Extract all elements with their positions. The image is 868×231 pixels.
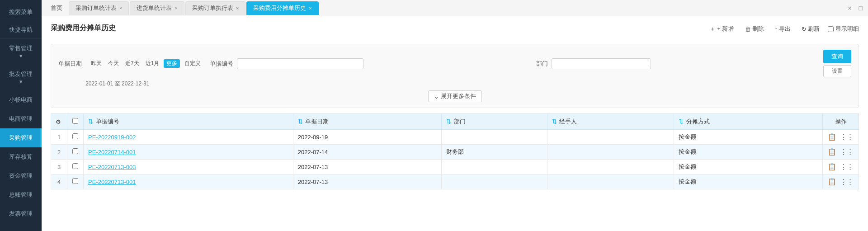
date-btn-today[interactable]: 今天 xyxy=(106,59,121,68)
table-docno-header[interactable]: ⇅ 单据编号 xyxy=(84,114,293,130)
doc-no-link[interactable]: PE-20220919-002 xyxy=(88,134,136,141)
tab-goods-receipt-stats[interactable]: 进货单统计表 × xyxy=(130,1,184,15)
sidebar-item-label: 电商管理 xyxy=(2,115,40,123)
date-filter-label: 单据日期 xyxy=(58,60,82,68)
tab-purchase-order-exec[interactable]: 采购订单执行表 × xyxy=(185,1,245,15)
row-splitmethod: 按金额 xyxy=(674,160,823,174)
close-icon[interactable]: × xyxy=(119,5,122,11)
sidebar-item-label: 快捷导航 xyxy=(2,26,40,34)
maximize-icon[interactable]: □ xyxy=(857,4,864,13)
table-row: 1 PE-20220919-002 2022-09-19 按金额 📋 ⋮⋮ xyxy=(51,130,859,145)
sort-icon: ⇅ xyxy=(679,118,684,125)
row-dept xyxy=(442,130,547,145)
tab-home[interactable]: 首页 xyxy=(45,1,68,15)
export-button[interactable]: ↑ 导出 xyxy=(772,24,794,34)
sidebar-item-shortcut[interactable]: 快捷导航 xyxy=(0,21,42,39)
row-actions: 📋 ⋮⋮ xyxy=(823,174,859,189)
data-table: ⚙ ⇅ 单据编号 ⇅ 单据日期 ⇅ 部门 ⇅ xyxy=(51,113,859,189)
date-btn-custom[interactable]: 自定义 xyxy=(183,59,203,68)
sidebar-item-label: 采购管理 xyxy=(2,134,40,142)
sidebar-item-ecom-small[interactable]: 小畅电商 xyxy=(0,90,42,109)
close-window-icon[interactable]: × xyxy=(846,4,853,13)
sidebar-item-inventory[interactable]: 库存核算 xyxy=(0,147,42,166)
sidebar-item-purchase[interactable]: 采购管理 xyxy=(0,128,42,147)
date-btn-yesterday[interactable]: 昨天 xyxy=(89,59,104,68)
date-btn-more[interactable]: 更多 xyxy=(164,59,180,68)
query-button[interactable]: 查询 xyxy=(823,50,851,63)
action-more-icon[interactable]: ⋮⋮ xyxy=(840,148,854,156)
table-docdate-header[interactable]: ⇅ 单据日期 xyxy=(293,114,442,130)
sidebar-item-invoice[interactable]: 发票管理 xyxy=(0,204,42,223)
tab-purchase-cost-split[interactable]: 采购费用分摊单历史 × xyxy=(246,1,318,15)
row-checkbox-cell[interactable] xyxy=(67,130,84,145)
select-all-checkbox[interactable] xyxy=(72,118,78,124)
sidebar-item-search[interactable]: 搜索菜单 xyxy=(0,4,42,21)
doc-no-input[interactable] xyxy=(237,58,363,69)
dept-filter: 部门 xyxy=(536,58,651,69)
sidebar: 搜索菜单 快捷导航 零售管理 ▾ 批发管理 ▾ 小畅电商 电商管理 采购管理 库… xyxy=(0,0,42,231)
action-more-icon[interactable]: ⋮⋮ xyxy=(840,178,854,186)
delete-button[interactable]: 🗑 删除 xyxy=(742,24,767,34)
action-edit-icon[interactable]: 📋 xyxy=(828,133,836,141)
action-edit-icon[interactable]: 📋 xyxy=(828,163,836,171)
row-docno[interactable]: PE-20220713-003 xyxy=(84,160,293,174)
row-docno[interactable]: PE-20220714-001 xyxy=(84,145,293,160)
sidebar-item-wholesale[interactable]: 批发管理 ▾ xyxy=(0,65,42,90)
close-icon[interactable]: × xyxy=(309,5,311,11)
expand-icon: ⌄ xyxy=(434,93,439,100)
sidebar-item-finance[interactable]: 资金管理 xyxy=(0,166,42,185)
sidebar-item-ecom[interactable]: 电商管理 xyxy=(0,109,42,128)
row-checkbox[interactable] xyxy=(72,133,78,139)
date-range-display: 2022-01-01 至 2022-12-31 xyxy=(85,80,149,87)
action-more-icon[interactable]: ⋮⋮ xyxy=(840,133,854,141)
table-checkbox-header[interactable] xyxy=(67,114,84,130)
doc-no-link[interactable]: PE-20220714-001 xyxy=(88,149,136,156)
action-more-icon[interactable]: ⋮⋮ xyxy=(840,163,854,171)
table-splitmethod-header[interactable]: ⇅ 分摊方式 xyxy=(674,114,823,130)
row-handler xyxy=(547,130,674,145)
row-actions: 📋 ⋮⋮ xyxy=(823,145,859,160)
table-handler-header[interactable]: ⇅ 经手人 xyxy=(547,114,674,130)
close-icon[interactable]: × xyxy=(236,5,239,11)
row-docdate: 2022-07-13 xyxy=(293,160,442,174)
sidebar-item-label: 库存核算 xyxy=(2,153,40,161)
chevron-down-icon: ▾ xyxy=(19,52,23,59)
row-checkbox-cell[interactable] xyxy=(67,174,84,189)
doc-no-link[interactable]: PE-20220713-003 xyxy=(88,164,136,170)
date-btn-1month[interactable]: 近1月 xyxy=(144,59,161,68)
sort-icon: ⇅ xyxy=(88,118,93,125)
show-columns-toggle[interactable]: 显示明细 xyxy=(828,25,859,33)
row-checkbox[interactable] xyxy=(72,178,78,184)
refresh-button[interactable]: ↻ 刷新 xyxy=(799,24,822,34)
action-edit-icon[interactable]: 📋 xyxy=(828,178,836,186)
row-splitmethod: 按金额 xyxy=(674,145,823,160)
show-columns-checkbox[interactable] xyxy=(828,26,834,32)
table-settings-header[interactable]: ⚙ xyxy=(51,114,67,130)
chevron-down-icon: ▾ xyxy=(19,78,23,85)
sort-icon: ⇅ xyxy=(552,118,557,125)
row-checkbox[interactable] xyxy=(72,148,78,154)
row-checkbox-cell[interactable] xyxy=(67,145,84,160)
sidebar-item-label: 零售管理 xyxy=(2,44,40,52)
row-checkbox[interactable] xyxy=(72,163,78,169)
close-icon[interactable]: × xyxy=(175,5,177,11)
row-actions: 📋 ⋮⋮ xyxy=(823,160,859,174)
doc-no-link[interactable]: PE-20220713-001 xyxy=(88,179,136,185)
row-checkbox-cell[interactable] xyxy=(67,160,84,174)
row-docno[interactable]: PE-20220919-002 xyxy=(84,130,293,145)
add-button[interactable]: ＋ + 新增 xyxy=(707,24,736,34)
expand-conditions-button[interactable]: ⌄ 展开更多条件 xyxy=(428,90,482,102)
date-btn-7days[interactable]: 近7天 xyxy=(123,59,141,68)
row-docno[interactable]: PE-20220713-001 xyxy=(84,174,293,189)
action-edit-icon[interactable]: 📋 xyxy=(828,148,836,156)
sidebar-item-ledger[interactable]: 总账管理 xyxy=(0,185,42,204)
tab-purchase-order-stats[interactable]: 采购订单统计表 × xyxy=(69,1,129,15)
table-dept-header[interactable]: ⇅ 部门 xyxy=(442,114,547,130)
page-title: 采购费用分摊单历史 xyxy=(51,24,116,33)
row-number: 1 xyxy=(51,130,67,145)
dept-select[interactable] xyxy=(552,58,651,69)
export-icon: ↑ xyxy=(775,26,778,33)
sidebar-item-retail[interactable]: 零售管理 ▾ xyxy=(0,39,42,65)
setting-button[interactable]: 设置 xyxy=(823,65,851,77)
sidebar-item-label: 总账管理 xyxy=(2,191,40,199)
